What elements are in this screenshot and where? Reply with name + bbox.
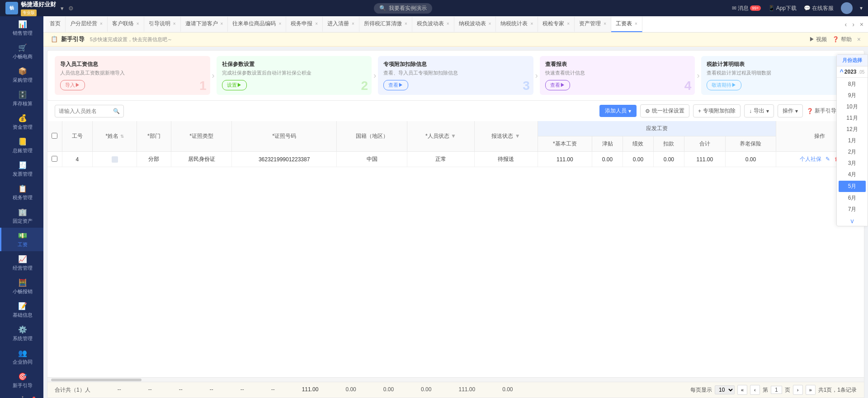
extra-deduction-btn[interactable]: + 专项附加扣除 [693,104,741,117]
sidebar-item-guide[interactable]: 🎯新手引导 [0,369,43,392]
row-select-0[interactable] [52,156,57,162]
step-2-btn[interactable]: 设置▶ [222,80,247,90]
tab-close-tax_relief[interactable]: × [447,21,449,26]
sidebar-item-system[interactable]: ⚙️系统管理 [0,322,43,345]
step-5-btn[interactable]: 敬请期待▶ [707,80,741,90]
sidebar-item-ecommerce[interactable]: 🛒小畅电商 [0,40,43,63]
message-btn[interactable]: ✉ 消息 99+ [732,5,760,12]
sendstatus-filter-icon[interactable]: ▼ [515,133,520,139]
ops-social-0[interactable]: 个人社保 [800,156,821,162]
tab-tax_stat[interactable]: 纳税波动表× [454,17,496,32]
user-avatar[interactable] [841,2,853,14]
sidebar-item-enterprise[interactable]: 👥企业协同 [0,345,43,369]
sidebar-item-salary[interactable]: 💵工资 [0,228,43,251]
table-container[interactable]: 工号 *姓名 ⇅ *部门 *证照类型 *证照号码 国籍（地区） [47,121,864,377]
step-1-btn[interactable]: 导入▶ [60,80,85,90]
tab-salary_tab[interactable]: 工资表× [611,17,642,32]
month-item-11月[interactable]: 11月 [837,112,868,124]
month-item-1月[interactable]: 1月 [837,135,868,146]
tab-close-salary_tab[interactable]: × [635,21,637,26]
last-page-btn[interactable]: » [806,385,816,395]
tab-close-tax_calc[interactable]: × [405,21,407,26]
month-item-10月[interactable]: 10月 [837,101,868,112]
month-item-2月[interactable]: 2月 [837,146,868,158]
sidebar-item-ledger[interactable]: 📒总账管理 [0,134,43,157]
sidebar-item-operation[interactable]: 📈经营管理 [0,251,43,275]
tab-tax_expert[interactable]: 税检专家× [538,17,575,32]
sidebar-item-assets[interactable]: 🏢固定资产 [0,204,43,228]
company-dropdown[interactable]: ▾ [61,5,64,12]
sidebar-item-invoice[interactable]: 🧾发票管理 [0,157,43,181]
app-download-btn[interactable]: 📱 App下载 [768,5,797,12]
tab-tax_calc[interactable]: 所得税汇算清缴× [359,17,412,32]
tab-scroll-left[interactable]: ‹ [842,21,849,28]
step-4-btn[interactable]: 查看▶ [545,80,570,90]
sidebar-item-purchase[interactable]: 📦采购管理 [0,63,43,87]
uniform-settings-btn[interactable]: ⚙ 统一社保设置 [640,104,689,117]
tab-close-product_code[interactable]: × [278,21,281,26]
guide-video-btn[interactable]: ▶ 视频 [809,36,827,43]
sidebar-item-capital[interactable]: 💰资金管理 [0,110,43,134]
month-next-btn[interactable]: v [851,217,854,225]
prev-page-btn[interactable]: ‹ [750,385,760,395]
first-page-btn[interactable]: « [737,385,747,395]
tab-close-tax_expert[interactable]: × [567,21,570,26]
export-btn[interactable]: ↓ 导出 ▾ [744,104,774,117]
tab-close-guide_tab[interactable]: × [173,21,176,26]
month-item-6月[interactable]: 6月 [837,192,868,204]
tab-clearbook[interactable]: 进入清册× [323,17,359,32]
per-page-select[interactable]: 10 20 50 [715,385,735,394]
sidebar-item-smart[interactable]: 🤖智能管理 [0,392,43,398]
tab-close-clearbook[interactable]: × [352,21,354,26]
step-3-btn[interactable]: 查看▶ [383,80,408,90]
sidebar-item-report[interactable]: 🧮小畅报销 [0,275,43,298]
sidebar-item-basic[interactable]: 📝基础信息 [0,298,43,322]
tab-scroll-right[interactable]: › [849,21,857,28]
add-person-btn[interactable]: 添加人员 ▾ [599,105,637,117]
month-item-8月[interactable]: 8月 [837,79,868,90]
tab-guide_tab[interactable]: 引导说明× [144,17,181,32]
month-prev-btn[interactable]: ^ [840,68,844,75]
status-filter-icon[interactable]: ▼ [451,133,456,139]
tab-close-invite[interactable]: × [221,21,223,26]
demo-search[interactable]: 🔍 我要看实例演示 [374,3,432,14]
online-service-btn[interactable]: 💬 在线客服 [804,5,834,12]
search-btn[interactable]: 🔍 [113,108,120,114]
tab-tax_relief[interactable]: 税负波动表× [412,17,454,32]
tab-more[interactable]: × [857,21,866,28]
select-all-checkbox[interactable] [52,133,57,139]
tab-close-branch[interactable]: × [100,21,103,26]
tab-asset_mgr[interactable]: 资产管理× [575,17,611,32]
tab-close-tax_report[interactable]: × [315,21,318,26]
next-page-btn[interactable]: › [793,385,803,395]
operations-btn[interactable]: 操作 ▾ [778,104,803,117]
tab-close-customer[interactable]: × [137,21,139,26]
ops-edit-0[interactable]: ✎ [826,156,830,162]
tab-close-tax_stat[interactable]: × [489,21,491,26]
search-input[interactable] [59,108,113,114]
scroll-thumb[interactable] [51,379,142,381]
tab-home[interactable]: 首页 [45,17,66,32]
tab-invite[interactable]: 邀请下游客户× [181,17,228,32]
tab-tax_count[interactable]: 纳税统计表× [496,17,538,32]
new-guide-btn[interactable]: ❓ 新手引导 [807,107,836,115]
settings-icon[interactable]: ⚙ [68,5,74,12]
sidebar-item-sales[interactable]: 📊销售管理 [0,16,43,40]
month-item-5月[interactable]: 5月 [839,181,866,192]
sidebar-item-tax[interactable]: 📋税务管理 [0,181,43,204]
month-item-3月[interactable]: 3月 [837,158,868,169]
month-item-4月[interactable]: 4月 [837,169,868,180]
tab-close-asset_mgr[interactable]: × [604,21,606,26]
name-sort-icon[interactable]: ⇅ [120,134,124,139]
tab-close-tax_count[interactable]: × [530,21,533,26]
tab-tax_report[interactable]: 税务申报× [286,17,323,32]
table-scroll-bar[interactable] [47,377,864,382]
user-menu-btn[interactable]: ▾ [860,5,863,11]
month-item-7月[interactable]: 7月 [837,204,868,215]
tab-branch[interactable]: 户分层经营× [66,17,108,32]
month-item-12月[interactable]: 12月 [837,124,868,135]
month-item-9月[interactable]: 9月 [837,90,868,101]
sidebar-item-inventory[interactable]: 🗄️库存核算 [0,87,43,110]
tab-product_code[interactable]: 往来单位商品编码× [228,17,286,32]
tab-customer[interactable]: 客户联络× [108,17,144,32]
